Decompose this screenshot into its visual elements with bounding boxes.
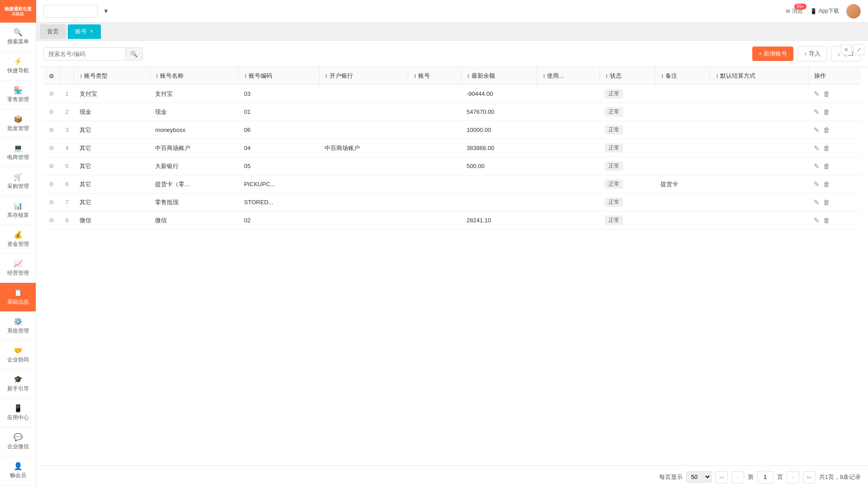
- col-account[interactable]: ↕ 账号: [408, 67, 461, 85]
- add-account-button[interactable]: + 新增账号: [752, 47, 793, 61]
- sidebar-item-enterprise[interactable]: 🤝企业协同: [0, 341, 36, 370]
- tab-account[interactable]: 账号✕: [68, 24, 101, 39]
- sidebar-item-newguide[interactable]: 🎓新手引导: [0, 370, 36, 399]
- row-code-4: 05: [239, 157, 319, 175]
- sidebar-item-inventory[interactable]: 📊库存核算: [0, 196, 36, 225]
- sidebar-item-member[interactable]: 👤畅会员: [0, 456, 36, 485]
- row-settings-6[interactable]: ⚙: [43, 193, 60, 211]
- row-settings-4[interactable]: ⚙: [43, 157, 60, 175]
- quicknav-icon: ⚡: [14, 57, 23, 66]
- col-usage[interactable]: ↕ 使用...: [537, 67, 600, 85]
- row-settings-0[interactable]: ⚙: [43, 85, 60, 103]
- row-status-4: 正常: [599, 157, 655, 175]
- app-download-button[interactable]: 📱 App下载: [810, 7, 839, 15]
- table-header: ⚙ ↕ 账号类型 ↕ 账号名称 ↕ 账号编码 ↕ 开户银行 ↕ 账号 ↕ 最新余…: [43, 67, 861, 85]
- row-settings-1[interactable]: ⚙: [43, 103, 60, 121]
- sidebar-item-ecommerce[interactable]: 💻电商管理: [0, 138, 36, 167]
- row-account-3: [408, 139, 461, 157]
- row-delete-1[interactable]: 🗑: [823, 108, 830, 116]
- header-right: ✉ 消息 99+ 📱 App下载: [786, 4, 861, 19]
- window-maximize-button[interactable]: ⤢: [854, 44, 864, 55]
- sidebar-item-purchase[interactable]: 🛒采购管理: [0, 167, 36, 196]
- row-delete-4[interactable]: 🗑: [823, 162, 830, 170]
- row-bank-4: [319, 157, 408, 175]
- import-button[interactable]: ↑ 导入: [797, 46, 827, 61]
- tab-close-account[interactable]: ✕: [90, 28, 94, 34]
- row-note-2: [655, 121, 710, 139]
- sidebar-item-basics[interactable]: 📋基础信息: [0, 283, 36, 312]
- per-page-select[interactable]: 50 100 200: [686, 471, 712, 483]
- row-edit-3[interactable]: ✎: [814, 144, 820, 152]
- tab-home[interactable]: 首页: [40, 24, 66, 39]
- sidebar-item-wholesale[interactable]: 📦批发管理: [0, 109, 36, 138]
- last-page-button[interactable]: ⏭: [803, 471, 816, 483]
- row-delete-6[interactable]: 🗑: [823, 198, 830, 206]
- row-account-7: [408, 211, 461, 230]
- sidebar-item-finance[interactable]: 💰资金管理: [0, 225, 36, 254]
- col-type[interactable]: ↕ 账号类型: [74, 67, 150, 85]
- search-input[interactable]: [44, 48, 125, 60]
- row-delete-0[interactable]: 🗑: [823, 90, 830, 98]
- user-avatar[interactable]: [846, 4, 861, 19]
- sidebar-item-system[interactable]: ⚙️系统管理: [0, 312, 36, 341]
- row-default-payment-4: [710, 157, 809, 175]
- col-settings[interactable]: ⚙: [43, 67, 60, 85]
- main-area: ▼ ✉ 消息 99+ 📱 App下载 首页账号✕ ✕ ⤢: [36, 0, 868, 488]
- table-row: ⚙ 8 微信 微信 02 28241.10 正常 ✎ 🗑: [43, 211, 861, 230]
- row-delete-7[interactable]: 🗑: [823, 216, 830, 225]
- row-edit-7[interactable]: ✎: [814, 216, 820, 225]
- sidebar-item-retail[interactable]: 🏪零售管理: [0, 80, 36, 109]
- col-note[interactable]: ↕ 备注: [655, 67, 710, 85]
- row-num-5: 6: [60, 175, 74, 193]
- row-usage-4: [537, 157, 600, 175]
- col-name[interactable]: ↕ 账号名称: [150, 67, 238, 85]
- col-status[interactable]: ↕ 状态: [599, 67, 655, 85]
- page-input[interactable]: [757, 471, 774, 483]
- window-close-button[interactable]: ✕: [841, 44, 852, 55]
- row-delete-2[interactable]: 🗑: [823, 126, 830, 134]
- first-page-button[interactable]: ⏮: [715, 471, 728, 483]
- sidebar-item-label: 快捷导航: [7, 67, 29, 75]
- next-page-button[interactable]: ›: [787, 471, 799, 483]
- row-bank-5: [319, 175, 408, 193]
- row-bank-1: [319, 103, 408, 121]
- row-settings-5[interactable]: ⚙: [43, 175, 60, 193]
- col-balance[interactable]: ↕ 最新余额: [461, 67, 537, 85]
- row-edit-5[interactable]: ✎: [814, 180, 820, 188]
- row-edit-6[interactable]: ✎: [814, 198, 820, 206]
- total-label: 共1页，8条记录: [819, 473, 861, 481]
- prev-page-button[interactable]: ‹: [731, 471, 744, 483]
- row-bank-2: [319, 121, 408, 139]
- header-dropdown[interactable]: ▼: [103, 8, 109, 14]
- row-delete-5[interactable]: 🗑: [823, 180, 830, 188]
- row-edit-2[interactable]: ✎: [814, 126, 820, 134]
- newguide-icon: 🎓: [14, 375, 23, 384]
- row-settings-7[interactable]: ⚙: [43, 211, 60, 230]
- col-default-payment[interactable]: ↕ 默认结算方式: [710, 67, 809, 85]
- row-bank-0: [319, 85, 408, 103]
- sidebar-item-appcenter[interactable]: 📱应用中心: [0, 399, 36, 427]
- row-edit-4[interactable]: ✎: [814, 162, 820, 170]
- messages-button[interactable]: ✉ 消息 99+: [786, 7, 803, 15]
- sidebar-item-wechat[interactable]: 💬企业微信: [0, 427, 36, 456]
- row-edit-1[interactable]: ✎: [814, 108, 820, 116]
- row-delete-3[interactable]: 🗑: [823, 144, 830, 152]
- import-icon: ↑: [804, 51, 807, 57]
- row-actions-2: ✎ 🗑: [808, 121, 861, 139]
- sidebar-item-search[interactable]: 🔍搜索菜单: [0, 23, 36, 52]
- col-bank[interactable]: ↕ 开户银行: [319, 67, 408, 85]
- row-name-5: 提货卡（零...: [150, 175, 238, 193]
- sidebar-item-quicknav[interactable]: ⚡快捷导航: [0, 52, 36, 80]
- col-code[interactable]: ↕ 账号编码: [239, 67, 319, 85]
- row-status-7: 正常: [599, 211, 655, 230]
- member-icon: 👤: [14, 462, 23, 470]
- header-search-input[interactable]: [43, 5, 98, 18]
- row-edit-0[interactable]: ✎: [814, 90, 820, 98]
- row-type-0: 支付宝: [74, 85, 150, 103]
- search-button[interactable]: 🔍: [125, 48, 142, 60]
- row-settings-2[interactable]: ⚙: [43, 121, 60, 139]
- row-balance-2: 10000.00: [461, 121, 537, 139]
- sidebar-item-operations[interactable]: 📈经营管理: [0, 254, 36, 283]
- row-settings-3[interactable]: ⚙: [43, 139, 60, 157]
- row-name-3: 中百商场账户: [150, 139, 238, 157]
